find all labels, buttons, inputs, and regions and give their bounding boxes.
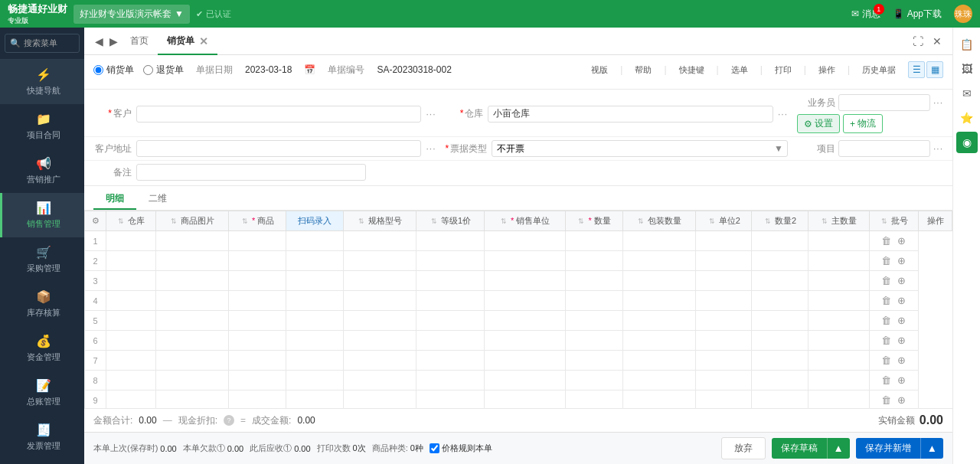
copy-row-icon[interactable]: ⊕ — [896, 235, 908, 247]
delete-row-icon[interactable]: 🗑 — [880, 275, 893, 287]
tab-sales-order[interactable]: 销货单 ✕ — [158, 28, 217, 55]
right-panel: 📋 🖼 ✉ ⭐ ◉ — [952, 28, 980, 464]
app-download-button[interactable]: 📱 App下载 — [893, 8, 942, 21]
messages-button[interactable]: ✉ 消息 1 — [851, 8, 880, 21]
content-area: ◀ ▶ 首页 销货单 ✕ ⛶ ✕ — [84, 28, 952, 464]
salesperson-input[interactable] — [838, 94, 930, 111]
tab-home[interactable]: 首页 — [121, 28, 158, 55]
warehouse-select-button[interactable]: ··· — [778, 109, 788, 119]
tab-maximize-button[interactable]: ⛶ — [910, 35, 926, 47]
view-button[interactable]: 视版 — [585, 63, 614, 77]
copy-row-icon[interactable]: ⊕ — [896, 315, 908, 327]
table-wrapper[interactable]: ⚙ ⇅ 仓库 ⇅ 商品图片 — [84, 211, 952, 408]
sales-icon: 📊 — [36, 201, 51, 215]
discount-help-icon[interactable]: ? — [224, 415, 234, 426]
delete-row-icon[interactable]: 🗑 — [880, 295, 893, 307]
settings-icon[interactable]: ⚙ — [92, 216, 100, 225]
delete-row-icon[interactable]: 🗑 — [880, 374, 893, 387]
sidebar-item-sales[interactable]: 📊 销售管理 — [0, 193, 84, 237]
right-panel-btn-1[interactable]: 📋 — [956, 34, 978, 55]
table-body: 1 🗑⊕ 2 🗑⊕ 3 — [85, 231, 952, 409]
delete-row-icon[interactable]: 🗑 — [880, 335, 893, 347]
sidebar-item-purchase[interactable]: 🛒 采购管理 — [0, 237, 84, 282]
price-rule-check[interactable] — [430, 443, 439, 453]
tab-close-all-button[interactable]: ✕ — [929, 35, 945, 47]
delete-row-icon[interactable]: 🗑 — [880, 255, 893, 267]
copy-row-icon[interactable]: ⊕ — [896, 295, 908, 307]
shortcut-button[interactable]: 快捷键 — [673, 63, 710, 77]
col-warehouse: ⇅ 仓库 — [106, 211, 156, 231]
delete-row-icon[interactable]: 🗑 — [880, 315, 893, 327]
sidebar-item-project[interactable]: 📁 项目合同 — [0, 104, 84, 149]
delete-row-icon[interactable]: 🗑 — [880, 355, 893, 367]
copy-row-icon[interactable]: ⊕ — [896, 335, 908, 347]
tab-next-button[interactable]: ▶ — [106, 35, 121, 47]
delete-row-icon[interactable]: 🗑 — [880, 394, 893, 407]
project-select-button[interactable]: ··· — [933, 143, 943, 154]
tab-2d[interactable]: 二维 — [136, 189, 179, 210]
help-button[interactable]: 帮助 — [629, 63, 658, 77]
right-panel-btn-4[interactable]: ⭐ — [956, 107, 978, 129]
right-panel-btn-3[interactable]: ✉ — [956, 83, 978, 104]
doc-type-row: 销货单 退货单 单据日期 2023-03-18 📅 单据编号 — [93, 61, 943, 78]
copy-row-icon[interactable]: ⊕ — [896, 275, 908, 287]
warehouse-input[interactable] — [488, 106, 773, 123]
select-button[interactable]: 选单 — [725, 63, 754, 77]
history-button[interactable]: 历史单据 — [856, 63, 902, 77]
grid-view-button[interactable]: ▦ — [926, 61, 943, 78]
sidebar-item-invoice[interactable]: 🧾 发票管理 — [0, 415, 84, 459]
copy-row-icon[interactable]: ⊕ — [896, 394, 908, 407]
right-panel-btn-5[interactable]: ◉ — [956, 132, 978, 153]
setting-button[interactable]: ⚙ 设置 — [797, 114, 840, 133]
copy-row-icon[interactable]: ⊕ — [896, 355, 908, 367]
abandon-button[interactable]: 放弃 — [721, 437, 766, 459]
salesperson-select-button[interactable]: ··· — [933, 97, 943, 108]
doc-header: 销货单 退货单 单据日期 2023-03-18 📅 单据编号 — [84, 55, 952, 90]
tab-prev-button[interactable]: ◀ — [92, 35, 106, 47]
remark-row: 备注 — [84, 161, 952, 186]
price-rule-checkbox[interactable]: 价格规则本单 — [430, 443, 492, 454]
tab-close-button[interactable]: ✕ — [199, 35, 208, 47]
col-settings[interactable]: ⚙ — [85, 211, 106, 231]
doc-meta: 单据日期 2023-03-18 📅 单据编号 SA-20230318-002 — [196, 64, 452, 77]
sidebar-item-marketing[interactable]: 📢 营销推广 — [0, 149, 84, 193]
radio-return[interactable]: 退货单 — [143, 64, 184, 77]
save-new-button[interactable]: 保存并新增 — [856, 438, 920, 459]
logistics-button[interactable]: + 物流 — [843, 114, 883, 133]
save-new-arrow[interactable]: ▲ — [920, 438, 943, 459]
user-avatar[interactable]: 珠珠 — [954, 5, 972, 23]
purchase-icon: 🛒 — [36, 245, 51, 260]
invoice-select-wrapper: 不开票 ▼ — [492, 140, 788, 157]
customer-input[interactable] — [136, 106, 421, 123]
project-input[interactable] — [838, 140, 930, 157]
table-row: 3 🗑⊕ — [85, 271, 952, 291]
customer-select-button[interactable]: ··· — [426, 109, 436, 119]
remark-input[interactable] — [136, 164, 366, 181]
sidebar-item-accounting[interactable]: 📝 总账管理 — [0, 371, 84, 415]
list-view-button[interactable]: ☰ — [908, 61, 925, 78]
view-toggle: ☰ ▦ — [908, 61, 943, 78]
sidebar-item-funds[interactable]: 💰 资金管理 — [0, 326, 84, 371]
delete-row-icon[interactable]: 🗑 — [880, 235, 893, 247]
copy-row-icon[interactable]: ⊕ — [896, 255, 908, 267]
action-buttons-panel: ⚙ 设置 + 物流 — [797, 114, 883, 133]
action-button[interactable]: 操作 — [812, 63, 841, 77]
right-panel-btn-2[interactable]: 🖼 — [956, 58, 978, 80]
search-menu-button[interactable]: 🔍 搜索菜单 — [5, 34, 80, 53]
save-draft-arrow[interactable]: ▲ — [827, 438, 850, 459]
print-button[interactable]: 打印 — [769, 63, 798, 77]
col-spec: ⇅ 规格型号 — [343, 211, 416, 231]
sidebar-item-quick-nav[interactable]: ⚡ 快捷导航 — [0, 60, 84, 104]
warehouse-field: 仓库 ··· — [445, 94, 788, 133]
toolbar-right: 视版 | 帮助 | 快捷键 | 选单 | 打印 | 操作 | 历 — [585, 61, 943, 78]
radio-sale[interactable]: 销货单 — [93, 64, 134, 77]
sidebar-item-inventory[interactable]: 📦 库存核算 — [0, 282, 84, 326]
copy-row-icon[interactable]: ⊕ — [896, 374, 908, 387]
company-select[interactable]: 好业财专业版演示帐套 ▼ — [74, 5, 190, 24]
save-draft-button[interactable]: 保存草稿 — [772, 438, 827, 459]
address-input[interactable] — [136, 140, 421, 157]
invoice-select[interactable]: 不开票 — [492, 140, 788, 157]
tab-detail[interactable]: 明细 — [93, 189, 136, 210]
sidebar-item-tax[interactable]: 🏦 税务管理 — [0, 459, 84, 464]
address-select-button[interactable]: ··· — [426, 143, 436, 154]
